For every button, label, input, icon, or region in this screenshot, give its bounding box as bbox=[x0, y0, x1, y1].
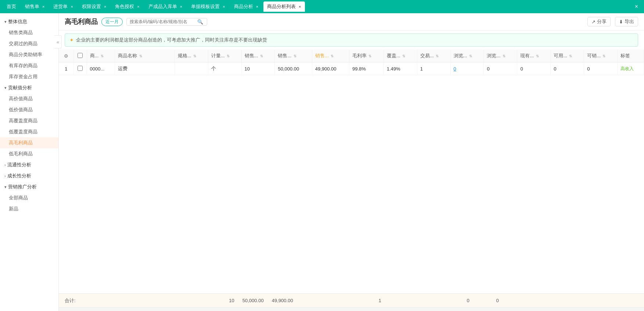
close-tab-purchase[interactable]: × bbox=[71, 4, 73, 9]
sidebar-item-high-coverage[interactable]: 高覆盖度商品 bbox=[0, 115, 58, 126]
sort-icon-code[interactable]: ⇅ bbox=[101, 54, 104, 58]
close-tab-sales[interactable]: × bbox=[42, 4, 44, 9]
tab-permission-settings[interactable]: 权限设置 × bbox=[78, 1, 110, 12]
sort-icon-avail-stock[interactable]: ⇅ bbox=[569, 54, 572, 58]
share-button[interactable]: ↗ 分享 bbox=[587, 17, 611, 26]
content-header: 高毛利商品 近一月 🔍 ↗ 分享 ⬇ 导出 bbox=[59, 13, 644, 30]
sidebar-item-low-margin[interactable]: 低毛利商品 bbox=[0, 148, 58, 159]
cell-browse-link[interactable]: 0 bbox=[450, 62, 484, 75]
footer-label: 合计: bbox=[65, 297, 76, 304]
close-tab-template[interactable]: × bbox=[223, 4, 225, 9]
sidebar-item-sale-goods[interactable]: 销售类商品 bbox=[0, 27, 58, 38]
arrow-icon3: › bbox=[4, 163, 6, 167]
header-actions: ↗ 分享 ⬇ 导出 bbox=[587, 17, 638, 26]
sidebar-group-marketing[interactable]: ▾ 营销推广分析 bbox=[0, 181, 58, 192]
sort-icon-browse-rate[interactable]: ⇅ bbox=[503, 54, 506, 58]
footer-avail-stock: 0 bbox=[472, 298, 502, 303]
sort-icon-trade[interactable]: ⇅ bbox=[436, 54, 439, 58]
col-sale-amount: 销售... ⇅ bbox=[275, 50, 312, 62]
footer-current-stock: 0 bbox=[443, 298, 472, 303]
tab-role-auth[interactable]: 角色授权 × bbox=[111, 1, 143, 12]
col-current-stock: 现有... ⇅ bbox=[517, 50, 551, 62]
tab-template-settings[interactable]: 单据模板设置 × bbox=[187, 1, 229, 12]
gear-icon[interactable]: ⚙ bbox=[64, 53, 68, 59]
col-trade-count: 交易... ⇅ bbox=[417, 50, 450, 62]
sidebar-item-all-goods[interactable]: 全部商品 bbox=[0, 192, 58, 203]
col-sale-profit: 销售... ⇅ bbox=[312, 50, 349, 62]
sort-icon-current-stock[interactable]: ⇅ bbox=[536, 54, 539, 58]
close-tab-goods-list[interactable]: × bbox=[299, 4, 301, 9]
sort-icon-spec[interactable]: ⇅ bbox=[193, 54, 196, 58]
col-name: 商品名称 ⇅ bbox=[115, 50, 175, 62]
close-tab-warehousing[interactable]: × bbox=[180, 4, 182, 9]
col-gross-rate: 毛利率 ⇅ bbox=[349, 50, 384, 62]
bottom-scrollbar[interactable] bbox=[59, 307, 644, 311]
sidebar-group-liquidity[interactable]: › 流通性分析 bbox=[0, 159, 58, 170]
search-box: 🔍 bbox=[126, 18, 207, 26]
cell-index: 1 bbox=[59, 62, 73, 75]
sidebar-item-traded-goods[interactable]: 交易过的商品 bbox=[0, 38, 58, 49]
sort-icon-name[interactable]: ⇅ bbox=[139, 54, 142, 58]
sidebar-item-high-margin[interactable]: 高毛利商品 bbox=[0, 137, 58, 148]
sidebar-item-high-value[interactable]: 高价值商品 bbox=[0, 93, 58, 104]
close-tab-permission[interactable]: × bbox=[104, 4, 106, 9]
sidebar-item-stock-capital[interactable]: 库存资金占用 bbox=[0, 71, 58, 82]
col-unit: 计量... ⇅ bbox=[208, 50, 241, 62]
sidebar-item-category-rate[interactable]: 商品分类助销率 bbox=[0, 49, 58, 60]
info-banner: ✦ 企业的主要的利润都是这部分商品创造的，可考虑加大推广，同时关注库存是不要出现… bbox=[65, 33, 638, 47]
sort-icon-sale-profit[interactable]: ⇅ bbox=[331, 54, 334, 58]
footer-sale-amount: 50,000.00 bbox=[237, 298, 267, 303]
share-icon: ↗ bbox=[591, 19, 596, 25]
tab-home[interactable]: 首页 bbox=[3, 1, 20, 12]
cell-gross-rate: 99.8% bbox=[349, 62, 384, 75]
col-spec: 规格... ⇅ bbox=[175, 50, 208, 62]
tab-sales-order[interactable]: 销售单 × bbox=[21, 1, 48, 12]
sort-icon-sale-qty[interactable]: ⇅ bbox=[260, 54, 263, 58]
tab-product-warehousing[interactable]: 产成品入库单 × bbox=[145, 1, 186, 12]
arrow-icon2: ▾ bbox=[4, 86, 7, 90]
col-checkbox bbox=[73, 50, 87, 62]
search-input[interactable] bbox=[130, 19, 196, 24]
col-browse-rate: 浏览... ⇅ bbox=[484, 50, 517, 62]
close-tab-goods-analysis[interactable]: × bbox=[256, 4, 258, 9]
col-tag: 标签 bbox=[618, 50, 644, 62]
sidebar-item-in-stock-goods[interactable]: 有库存的商品 bbox=[0, 60, 58, 71]
sort-icon-saleable[interactable]: ⇅ bbox=[602, 54, 605, 58]
select-all-checkbox[interactable] bbox=[78, 53, 83, 58]
arrow-icon4: › bbox=[4, 174, 6, 178]
search-icon[interactable]: 🔍 bbox=[197, 19, 203, 25]
window-close-button[interactable]: × bbox=[632, 3, 641, 10]
sidebar-item-new-goods[interactable]: 新品 bbox=[0, 203, 58, 214]
main-layout: ▾ 整体信息 销售类商品 交易过的商品 商品分类助销率 有库存的商品 库存资金占… bbox=[0, 13, 644, 311]
sort-icon-browse-count[interactable]: ⇅ bbox=[469, 54, 472, 58]
cell-browse-rate: 0 bbox=[484, 62, 517, 75]
sort-icon-coverage[interactable]: ⇅ bbox=[402, 54, 405, 58]
cell-trade-count: 1 bbox=[417, 62, 450, 75]
sort-icon-gross-rate[interactable]: ⇅ bbox=[368, 54, 371, 58]
table-container: ⚙ 商... ⇅ 商品名称 ⇅ bbox=[59, 50, 644, 293]
close-tab-role[interactable]: × bbox=[137, 4, 139, 9]
export-button[interactable]: ⬇ 导出 bbox=[615, 17, 638, 26]
cell-name: 运费 bbox=[115, 62, 175, 75]
cell-current-stock: 0 bbox=[517, 62, 551, 75]
top-nav: 首页 销售单 × 进货单 × 权限设置 × 角色授权 × 产成品入库单 × 单据… bbox=[0, 0, 644, 13]
sidebar-group-growth[interactable]: › 成长性分析 bbox=[0, 170, 58, 181]
tab-purchase-order[interactable]: 进货单 × bbox=[50, 1, 76, 12]
col-saleable-stock: 可销... ⇅ bbox=[584, 50, 618, 62]
cell-sale-profit: 49,900.00 bbox=[312, 62, 349, 75]
tab-goods-analysis[interactable]: 商品分析 × bbox=[230, 1, 262, 12]
table-row: 1 0000... 运费 个 10 50,000.00 49,900.00 99… bbox=[59, 62, 644, 75]
tab-goods-analysis-list[interactable]: 商品分析列表 × bbox=[263, 1, 305, 12]
cell-unit: 个 bbox=[208, 62, 241, 75]
time-filter-button[interactable]: 近一月 bbox=[101, 18, 123, 26]
sidebar-item-low-value[interactable]: 低价值商品 bbox=[0, 104, 58, 115]
content-area: 高毛利商品 近一月 🔍 ↗ 分享 ⬇ 导出 ✦ 企业的主要的利润都是这部分 bbox=[59, 13, 644, 311]
sidebar-group-overall[interactable]: ▾ 整体信息 bbox=[0, 16, 58, 27]
sort-icon-unit[interactable]: ⇅ bbox=[227, 54, 230, 58]
sort-icon-sale-amount[interactable]: ⇅ bbox=[294, 54, 296, 58]
cell-code: 0000... bbox=[87, 62, 115, 75]
row-checkbox[interactable] bbox=[78, 66, 83, 71]
sidebar-group-contribution[interactable]: ▾ 贡献值分析 bbox=[0, 82, 58, 93]
sidebar-item-low-coverage[interactable]: 低覆盖度商品 bbox=[0, 126, 58, 137]
sidebar-collapse-button[interactable]: « bbox=[54, 35, 62, 48]
